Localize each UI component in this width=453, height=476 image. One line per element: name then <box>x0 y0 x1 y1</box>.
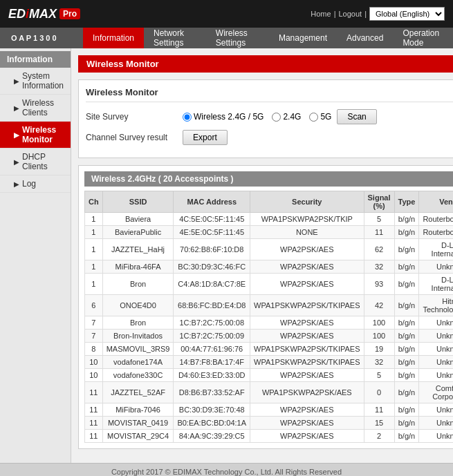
col-vendor: Vendor <box>419 191 453 213</box>
cell-type: b/g/n <box>394 260 419 274</box>
cell-ch: 1 <box>85 274 103 295</box>
cell-ch: 6 <box>85 295 103 316</box>
sidebar: Information ▶ System Information ▶ Wirel… <box>0 48 71 463</box>
arrow-icon: ▶ <box>14 158 19 166</box>
sidebar-label-dhcp-clients: DHCP Clients <box>22 152 64 171</box>
sidebar-item-wireless-clients[interactable]: ▶ Wireless Clients <box>0 95 71 122</box>
col-type: Type <box>394 191 419 213</box>
language-select[interactable]: Global (English) <box>369 7 445 21</box>
sidebar-item-wireless-monitor[interactable]: ▶ Wireless Monitor <box>0 122 71 149</box>
model-label: O A P 1 3 0 0 <box>0 34 83 42</box>
cell-type: b/g/n <box>394 430 419 443</box>
cell-mac: 70:62:B8:6F:10:D8 <box>174 239 250 260</box>
cell-ch: 1 <box>85 213 103 226</box>
home-link[interactable]: Home <box>311 10 331 18</box>
logo-text: EDiMAX <box>8 7 57 21</box>
cell-type: b/g/n <box>394 316 419 330</box>
wireless-monitor-box: Wireless Monitor Site Survey Wireless 2.… <box>78 79 453 158</box>
cell-mac: 14:B7:F8:BA:17:4F <box>174 356 250 369</box>
radio-input-24g-5g[interactable] <box>183 113 192 122</box>
cell-security: WPA2PSK/AES <box>250 403 364 417</box>
cell-signal: 15 <box>364 417 394 430</box>
cell-signal: 100 <box>364 316 394 330</box>
sidebar-label-system-info: System Information <box>22 71 64 91</box>
cell-mac: 1C:B7:2C:75:00:09 <box>174 330 250 343</box>
table-row: 7 Bron 1C:B7:2C:75:00:08 WPA2PSK/AES 100… <box>85 316 453 330</box>
cell-security: WPA1PSKWPA2PSK/TKIPAES <box>250 295 364 316</box>
sidebar-item-dhcp-clients[interactable]: ▶ DHCP Clients <box>0 149 71 175</box>
cell-vendor: D-Link International <box>419 239 453 260</box>
radio-5g[interactable]: 5G <box>309 112 331 122</box>
cell-vendor: Comtrend Corporation <box>419 382 453 403</box>
tab-network-settings[interactable]: Network Settings <box>144 28 206 48</box>
tab-wireless-settings[interactable]: Wireless Settings <box>206 28 269 48</box>
channel-survey-controls: Export <box>183 130 228 145</box>
cell-signal: 93 <box>364 274 394 295</box>
cell-vendor: Routerboard.com <box>419 213 453 226</box>
tab-information[interactable]: Information <box>83 28 144 48</box>
cell-mac: D8:B6:B7:33:52:AF <box>174 382 250 403</box>
cell-type: b/g/n <box>394 226 419 239</box>
main-content: Wireless Monitor Wireless Monitor Site S… <box>71 48 453 463</box>
table-row: 1 JAZZTEL_HaHj 70:62:B8:6F:10:D8 WPA2PSK… <box>85 239 453 260</box>
cell-vendor: Unknown <box>419 417 453 430</box>
cell-mac: 84:AA:9C:39:29:C5 <box>174 430 250 443</box>
table-row: 11 MOVISTAR_29C4 84:AA:9C:39:29:C5 WPA2P… <box>85 430 453 443</box>
radio-group-frequency: Wireless 2.4G / 5G 2.4G 5G <box>183 112 331 122</box>
table-row: 1 BavieraPublic 4E:5E:0C:5F:11:45 NONE 1… <box>85 226 453 239</box>
sidebar-item-log[interactable]: ▶ Log <box>0 175 71 193</box>
ap-table-title: Wireless 2.4GHz ( 20 Accesspoints ) <box>84 171 453 187</box>
cell-type: b/g/n <box>394 369 419 382</box>
cell-ch: 7 <box>85 330 103 343</box>
cell-ch: 8 <box>85 343 103 356</box>
table-subtitle-text: ( 20 Accesspoints ) <box>158 174 234 184</box>
cell-ssid: BavieraPublic <box>102 226 174 239</box>
cell-ch: 1 <box>85 260 103 274</box>
radio-24g[interactable]: 2.4G <box>272 112 301 122</box>
ap-table-scroll[interactable]: Ch SSID MAC Address Security Signal (%) … <box>84 191 453 443</box>
logout-link[interactable]: Logout <box>338 10 362 18</box>
cell-signal: 11 <box>364 226 394 239</box>
cell-ssid: JAZZTEL_HaHj <box>102 239 174 260</box>
cell-ssid: MOVISTAR_29C4 <box>102 430 174 443</box>
cell-type: b/g/n <box>394 343 419 356</box>
cell-type: b/g/n <box>394 382 419 403</box>
tab-advanced[interactable]: Advanced <box>337 28 393 48</box>
export-button[interactable]: Export <box>183 130 228 145</box>
tab-operation-mode[interactable]: Operation Mode <box>393 28 453 48</box>
cell-vendor: Unknown <box>419 430 453 443</box>
footer-text: Copyright 2017 © EDIMAX Technology Co., … <box>111 468 342 476</box>
table-row: 8 MASMOVIL_3RS9 00:4A:77:61:96:76 WPA1PS… <box>85 343 453 356</box>
header: EDiMAX Pro Home | Logout | Global (Engli… <box>0 0 453 28</box>
logo-pro: Pro <box>59 8 80 19</box>
cell-ssid: MiFibra-46FA <box>102 260 174 274</box>
radio-input-24g[interactable] <box>272 113 281 122</box>
cell-security: WPA1PSKWPA2PSK/TKIPAES <box>250 343 364 356</box>
radio-24g-5g[interactable]: Wireless 2.4G / 5G <box>183 112 264 122</box>
cell-ssid: ONOE4D0 <box>102 295 174 316</box>
tab-management[interactable]: Management <box>269 28 337 48</box>
cell-security: WPA2PSK/AES <box>250 330 364 343</box>
scan-button[interactable]: Scan <box>337 109 376 124</box>
wm-box-title: Wireless Monitor <box>86 87 453 102</box>
cell-ssid: MiFibra-7046 <box>102 403 174 417</box>
sidebar-item-system-info[interactable]: ▶ System Information <box>0 68 71 95</box>
cell-type: b/g/n <box>394 295 419 316</box>
table-row: 7 Bron-Invitados 1C:B7:2C:75:00:09 WPA2P… <box>85 330 453 343</box>
cell-signal: 100 <box>364 330 394 343</box>
cell-mac: BC:30:D9:3C:46:FC <box>174 260 250 274</box>
cell-security: WPA2PSK/AES <box>250 369 364 382</box>
cell-type: b/g/n <box>394 274 419 295</box>
header-right: Home | Logout | Global (English) <box>311 7 445 21</box>
cell-signal: 32 <box>364 260 394 274</box>
table-row: 11 JAZZTEL_52AF D8:B6:B7:33:52:AF WPA1PS… <box>85 382 453 403</box>
cell-mac: D4:60:E3:ED:33:0D <box>174 369 250 382</box>
radio-label-24g-5g: Wireless 2.4G / 5G <box>194 112 264 122</box>
footer: Copyright 2017 © EDIMAX Technology Co., … <box>0 463 453 476</box>
radio-label-5g: 5G <box>320 112 331 122</box>
site-survey-row: Site Survey Wireless 2.4G / 5G 2.4G <box>86 109 453 124</box>
cell-mac: 00:4A:77:61:96:76 <box>174 343 250 356</box>
radio-input-5g[interactable] <box>309 113 318 122</box>
cell-signal: 5 <box>364 213 394 226</box>
cell-vendor: Unknown <box>419 330 453 343</box>
